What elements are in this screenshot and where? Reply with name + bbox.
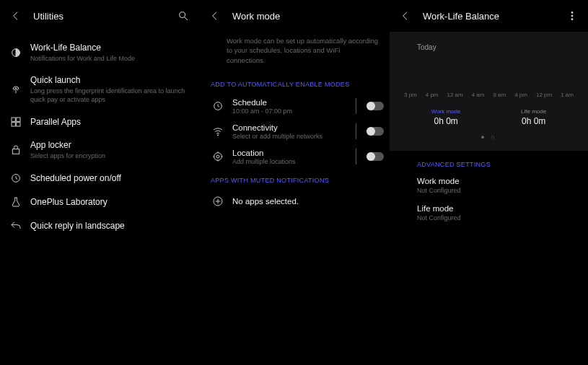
divider: [356, 98, 356, 114]
menu-item-title: OnePlus Laboratory: [30, 196, 190, 208]
chart-tick: 8 am: [493, 92, 506, 98]
work-mode-title: Work mode: [232, 11, 280, 22]
location-icon: [211, 151, 225, 162]
chart-tick: 4 am: [472, 92, 485, 98]
wifi-icon: [211, 126, 225, 137]
section-muted-apps: APPS WITH MUTED NOTIFICATIONS: [199, 170, 390, 190]
setting-title: Schedule: [232, 98, 346, 107]
chart-tick: 1 am: [561, 92, 574, 98]
chart-area: [404, 58, 574, 87]
menu-item-sub: Select apps for encryption: [30, 152, 190, 161]
utilities-header: Utilities: [0, 0, 199, 32]
page-indicator[interactable]: ● ○: [401, 133, 576, 141]
chart-tick: 4 pm: [426, 92, 439, 98]
svg-point-14: [571, 15, 573, 17]
utilities-menu: Work-Life Balance Notifications for Work…: [0, 32, 199, 242]
usage-chart-card: Today 3 pm 4 pm 12 am 4 am 8 am 4 pm 12 …: [390, 32, 588, 151]
menu-item-work-life-balance[interactable]: Work-Life Balance Notifications for Work…: [0, 36, 199, 69]
plus-circle-icon: [211, 195, 225, 207]
divider: [356, 149, 356, 164]
setting-sub: 10:00 am - 07:00 pm: [232, 107, 346, 115]
no-apps-text: No apps selected.: [232, 197, 299, 206]
chart-tick: 3 pm: [404, 92, 417, 98]
section-auto-enable: ADD TO AUTOMATICALLY ENABLE MODES: [199, 74, 390, 94]
stat-value: 0h 0m: [431, 116, 461, 126]
setting-schedule[interactable]: Schedule 10:00 am - 07:00 pm: [199, 94, 390, 119]
stat-label: Life mode: [521, 108, 546, 115]
chart-stats: Work mode 0h 0m Life mode 0h 0m: [401, 105, 576, 126]
utilities-title: Utilities: [33, 11, 63, 22]
svg-point-15: [571, 19, 573, 20]
location-toggle[interactable]: [367, 152, 384, 161]
menu-item-title: Quick launch: [30, 74, 190, 87]
add-apps-row[interactable]: No apps selected.: [199, 190, 390, 213]
svg-point-13: [571, 12, 573, 13]
adv-sub: Not Configured: [417, 187, 561, 194]
adv-title: Life mode: [417, 204, 561, 213]
wlb-header: Work-Life Balance: [390, 0, 588, 32]
more-icon[interactable]: [565, 9, 579, 23]
menu-item-quick-reply[interactable]: Quick reply in landscape: [0, 214, 199, 238]
menu-item-scheduled-power[interactable]: Scheduled power on/off: [0, 167, 199, 190]
balance-icon: [9, 47, 23, 58]
svg-rect-6: [12, 149, 19, 154]
clock-icon: [211, 100, 225, 112]
chart-tick: 12 pm: [536, 92, 552, 98]
menu-item-sub: Long press the fingerprint identificatio…: [30, 87, 190, 104]
setting-location[interactable]: Location Add multiple locations: [199, 144, 390, 170]
back-icon[interactable]: [398, 9, 413, 23]
menu-item-title: Work-Life Balance: [30, 42, 190, 54]
svg-rect-2: [12, 118, 15, 121]
setting-sub: Add multiple locations: [232, 158, 346, 165]
svg-point-9: [217, 135, 218, 136]
fingerprint-icon: [9, 84, 23, 95]
divider: [356, 123, 356, 139]
stat-life-mode: Life mode 0h 0m: [521, 108, 546, 126]
stat-work-mode: Work mode 0h 0m: [431, 108, 461, 126]
menu-item-app-locker[interactable]: App locker Select apps for encryption: [0, 133, 199, 166]
adv-sub: Not Configured: [417, 214, 561, 221]
setting-title: Connectivity: [232, 123, 346, 132]
menu-item-sub: Notifications for Work and Life Mode: [30, 55, 190, 63]
setting-connectivity[interactable]: Connectivity Select or add multiple netw…: [199, 119, 390, 144]
chart-title: Today: [417, 43, 561, 51]
chart-tick: 12 am: [447, 92, 463, 98]
menu-item-title: Parallel Apps: [30, 116, 190, 128]
setting-sub: Select or add multiple networks: [232, 133, 346, 140]
lock-icon: [9, 144, 23, 156]
work-life-balance-panel: Work-Life Balance Today 3 pm 4 pm 12 am …: [390, 0, 588, 365]
reply-icon: [9, 220, 23, 232]
parallel-apps-icon: [9, 116, 23, 128]
chart-tick: 4 pm: [514, 92, 527, 98]
menu-item-title: Scheduled power on/off: [30, 172, 190, 185]
work-mode-header: Work mode: [199, 0, 390, 32]
flask-icon: [9, 196, 23, 208]
back-icon[interactable]: [208, 9, 222, 23]
adv-item-work-mode[interactable]: Work mode Not Configured: [417, 177, 561, 194]
back-icon[interactable]: [9, 9, 23, 23]
stat-value: 0h 0m: [521, 116, 546, 126]
stat-label: Work mode: [431, 108, 461, 115]
menu-item-title: Quick reply in landscape: [30, 220, 190, 232]
chart-x-axis: 3 pm 4 pm 12 am 4 am 8 am 4 pm 12 pm 1 a…: [404, 92, 574, 98]
svg-rect-4: [12, 123, 15, 126]
setting-title: Location: [232, 149, 346, 157]
svg-rect-5: [17, 123, 20, 126]
utilities-panel: Utilities Work-Life Balance Notification…: [0, 0, 199, 365]
menu-item-quick-launch[interactable]: Quick launch Long press the fingerprint …: [0, 69, 199, 110]
svg-point-0: [180, 12, 185, 18]
svg-rect-3: [17, 118, 20, 121]
connectivity-toggle[interactable]: [367, 127, 384, 136]
clock-icon: [9, 172, 23, 184]
search-icon[interactable]: [176, 9, 190, 23]
advanced-settings-label: ADVANCED SETTINGS: [417, 161, 561, 168]
menu-item-title: App locker: [30, 139, 190, 151]
schedule-toggle[interactable]: [367, 102, 384, 110]
wlb-title: Work-Life Balance: [423, 11, 499, 22]
menu-item-parallel-apps[interactable]: Parallel Apps: [0, 110, 199, 134]
work-mode-description: Work mode can be set up automatically ac…: [199, 32, 390, 74]
advanced-settings-section: ADVANCED SETTINGS Work mode Not Configur…: [390, 151, 588, 242]
adv-item-life-mode[interactable]: Life mode Not Configured: [417, 204, 561, 221]
work-mode-panel: Work mode Work mode can be set up automa…: [199, 0, 390, 365]
menu-item-oneplus-lab[interactable]: OnePlus Laboratory: [0, 190, 199, 214]
